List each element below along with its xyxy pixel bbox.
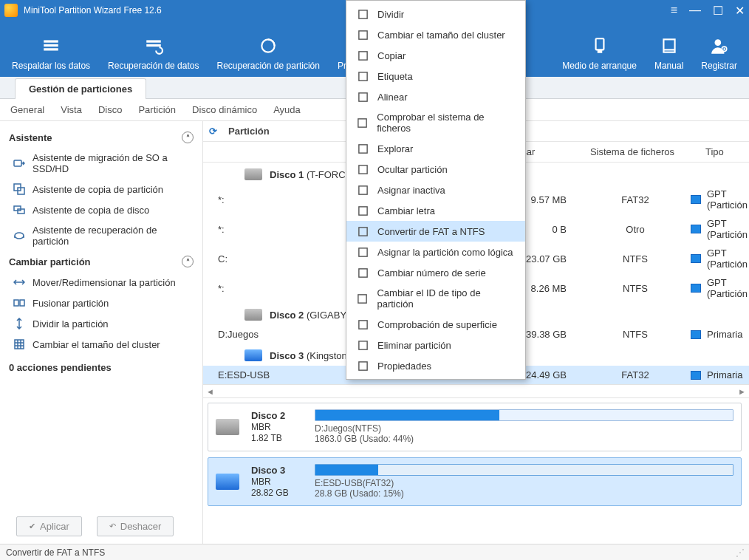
menu-item-icon xyxy=(357,267,369,279)
tab-partition-management[interactable]: Gestión de particiones xyxy=(15,78,146,99)
data-recovery-button[interactable]: Recuperación de datos xyxy=(99,21,208,77)
menu-item-label: Propiedades xyxy=(377,361,431,372)
disk-map-size: 28.82 GB xyxy=(251,488,289,498)
color-swatch-icon xyxy=(691,371,701,380)
col-fs[interactable]: Sistema de ficheros xyxy=(577,146,688,157)
manual-button[interactable]: Manual xyxy=(646,21,692,77)
menu-item-label: Dividir xyxy=(377,9,404,20)
disk-map-3[interactable]: Disco 3MBR28.82 GB E:ESD-USB(FAT32)28.8 … xyxy=(208,457,742,506)
menu-item-label: Comprobación de superficie xyxy=(377,319,497,330)
svg-rect-29 xyxy=(358,144,366,152)
action-merge[interactable]: Fusionar partición xyxy=(6,293,196,313)
context-menu-item[interactable]: Convertir de FAT a NTFS xyxy=(346,221,525,242)
status-bar: Convertir de FAT a NTFS ⋰ xyxy=(0,544,749,560)
hamburger-icon[interactable]: ≡ xyxy=(671,4,677,17)
svg-rect-14 xyxy=(14,160,21,166)
reload-icon[interactable]: ⟳ xyxy=(209,126,221,137)
menu-general[interactable]: General xyxy=(10,104,44,115)
disk-map-scheme: MBR xyxy=(251,422,271,432)
context-menu-item[interactable]: Asignar inactiva xyxy=(346,180,525,200)
apply-label: Aplicar xyxy=(40,521,69,532)
boot-media-label: Medio de arranque xyxy=(562,61,637,71)
context-menu-item[interactable]: Explorar xyxy=(346,138,525,159)
context-menu-item[interactable]: Ocultar partición xyxy=(346,159,525,180)
menu-item-label: Asignar inactiva xyxy=(377,185,445,196)
chevron-up-icon[interactable]: ˄ xyxy=(182,132,194,143)
context-menu-item[interactable]: Alinear xyxy=(346,86,525,107)
action-split[interactable]: Dividir la partición xyxy=(6,313,196,334)
svg-rect-25 xyxy=(358,51,366,59)
backup-label: Respaldar los datos xyxy=(12,61,90,71)
context-menu-item[interactable]: Copiar xyxy=(346,45,525,66)
usb-disk-icon xyxy=(216,474,239,490)
context-menu-item[interactable]: Cambiar el tamaño del cluster xyxy=(346,24,525,45)
scroll-right-icon[interactable]: ► xyxy=(738,387,746,396)
disk-map-line2: 1863.0 GB (Usado: 44%) xyxy=(315,434,414,444)
disk-map-2[interactable]: Disco 2MBR1.82 TB D:Juegos(NTFS)1863.0 G… xyxy=(208,403,742,451)
disk-name: Disco 1 xyxy=(270,169,304,180)
partition-recovery-button[interactable]: Recuperación de partición xyxy=(208,21,328,77)
copy-disk-icon xyxy=(13,204,25,216)
close-icon[interactable]: ✕ xyxy=(735,4,745,18)
chevron-up-icon[interactable]: ˄ xyxy=(182,256,194,267)
col-tipo[interactable]: Tipo xyxy=(700,146,749,157)
wizard-migrate-os[interactable]: Asistente de migración de SO a SSD/HD xyxy=(6,148,196,179)
boot-media-button[interactable]: Medio de arranque xyxy=(553,21,646,77)
menu-disco[interactable]: Disco xyxy=(98,104,123,115)
svg-rect-20 xyxy=(14,300,18,306)
sidebar-item-label: Asistente de copia de disco xyxy=(33,205,149,216)
disk-map-size: 1.82 TB xyxy=(251,433,282,443)
wizard-copy-disk[interactable]: Asistente de copia de disco xyxy=(6,199,196,220)
maximize-icon[interactable]: ☐ xyxy=(713,4,723,18)
status-text: Convertir de FAT a NTFS xyxy=(6,547,105,558)
action-cluster-size[interactable]: Cambiar el tamaño del cluster xyxy=(6,334,196,355)
wizard-recover-partition[interactable]: Asistente de recuperación de partición xyxy=(6,220,196,251)
context-menu-item[interactable]: Comprobación de superficie xyxy=(346,314,525,335)
minimize-icon[interactable]: — xyxy=(689,4,701,17)
sidebar-heading-label: Cambiar partición xyxy=(9,256,91,267)
context-menu-item[interactable]: Cambiar el ID de tipo de partición xyxy=(346,283,525,314)
sidebar: Asistente ˄ Asistente de migración de SO… xyxy=(0,121,203,544)
svg-rect-36 xyxy=(358,294,366,302)
menu-particion[interactable]: Partición xyxy=(138,104,176,115)
undo-button[interactable]: ↶Deshacer xyxy=(97,516,174,536)
context-menu-item[interactable]: Comprobar el sistema de ficheros xyxy=(346,107,525,138)
disk-icon xyxy=(216,419,239,435)
sidebar-heading-asistente[interactable]: Asistente ˄ xyxy=(6,127,196,148)
svg-rect-30 xyxy=(358,165,366,173)
apply-button[interactable]: ✔Aplicar xyxy=(16,516,82,536)
action-move-resize[interactable]: Mover/Redimensionar la partición xyxy=(6,272,196,293)
context-menu-item[interactable]: Cambiar número de serie xyxy=(346,262,525,283)
register-button[interactable]: Registrar xyxy=(692,21,746,77)
backup-button[interactable]: Respaldar los datos xyxy=(3,21,99,77)
sidebar-heading-cambiar[interactable]: Cambiar partición ˄ xyxy=(6,251,196,272)
menu-item-label: Asignar la partición como lógica xyxy=(377,247,513,258)
resize-grip-icon[interactable]: ⋰ xyxy=(736,547,743,558)
disk-map-scheme: MBR xyxy=(251,477,271,487)
context-menu-item[interactable]: Cambiar letra xyxy=(346,200,525,221)
svg-rect-26 xyxy=(358,72,366,80)
menu-ayuda[interactable]: Ayuda xyxy=(273,104,301,115)
context-menu-item[interactable]: Propiedades xyxy=(346,355,525,376)
menu-item-label: Alinear xyxy=(377,92,407,103)
scroll-left-icon[interactable]: ◄ xyxy=(206,387,214,396)
wizard-copy-partition[interactable]: Asistente de copia de partición xyxy=(6,179,196,199)
partition-recovery-icon xyxy=(258,35,278,56)
svg-rect-31 xyxy=(358,185,366,194)
disk-icon xyxy=(244,168,262,180)
context-menu-item[interactable]: Asignar la partición como lógica xyxy=(346,242,525,262)
check-icon: ✔ xyxy=(29,522,35,531)
menu-vista[interactable]: Vista xyxy=(61,104,82,115)
merge-icon xyxy=(13,297,25,309)
app-logo-icon xyxy=(4,4,18,17)
resize-icon xyxy=(13,276,25,288)
menu-disco-dinamico[interactable]: Disco dinámico xyxy=(192,104,257,115)
context-menu-item[interactable]: Eliminar partición xyxy=(346,335,525,355)
svg-rect-33 xyxy=(358,227,366,235)
sidebar-item-label: Asistente de recuperación de partición xyxy=(33,225,194,247)
manual-label: Manual xyxy=(654,61,683,71)
horizontal-scrollbar[interactable]: ◄► xyxy=(203,384,749,397)
context-menu-item[interactable]: Dividir xyxy=(346,4,525,24)
context-menu: DividirCambiar el tamaño del clusterCopi… xyxy=(346,0,526,380)
context-menu-item[interactable]: Etiqueta xyxy=(346,66,525,86)
